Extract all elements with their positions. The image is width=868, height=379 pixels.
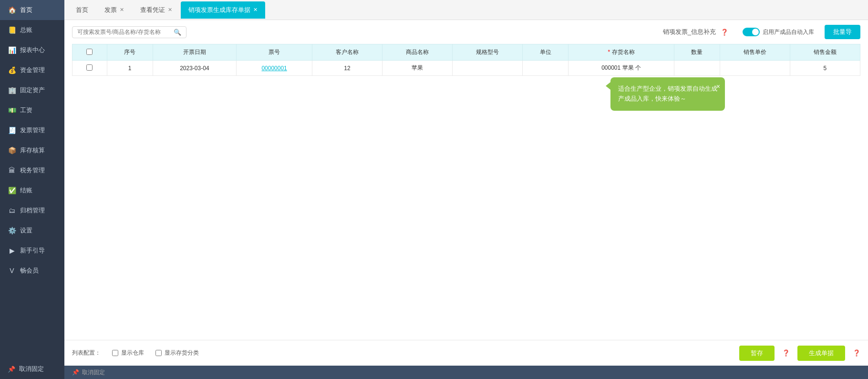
- sidebar-item-home[interactable]: 🏠 首页: [0, 0, 64, 20]
- info-question-icon[interactable]: ❓: [721, 29, 728, 36]
- pin-icon-sidebar: 📌: [8, 366, 15, 373]
- save-question-icon[interactable]: ❓: [782, 349, 790, 357]
- show-category-label: 显示存货分类: [165, 349, 199, 357]
- tab-home[interactable]: 首页: [68, 1, 96, 19]
- sidebar-item-salary[interactable]: 💵 工资: [0, 100, 64, 120]
- sidebar-item-invoice[interactable]: 🧾 发票管理: [0, 120, 64, 140]
- cell-number-0: 00000001: [237, 61, 312, 76]
- col-header-quantity: 数量: [674, 44, 720, 61]
- tooltip-close-button[interactable]: ×: [716, 81, 720, 92]
- toggle-label: 启用产成品自动入库: [763, 28, 814, 36]
- col-header-product: 商品名称: [382, 44, 453, 61]
- col-header-number: 票号: [237, 44, 312, 61]
- sidebar-label-report: 报表中心: [20, 46, 45, 54]
- sidebar-pin-button[interactable]: 📌 取消固定: [0, 359, 64, 379]
- col-header-date: 开票日期: [153, 44, 237, 61]
- tab-close-voucher[interactable]: ✕: [168, 7, 172, 12]
- col-header-model: 规格型号: [453, 44, 523, 61]
- toolbar: 🔍 销项发票_信息补充 ❓ 启用产成品自动入库 批量导: [64, 20, 868, 44]
- sidebar-icon-vip: V: [8, 267, 16, 274]
- sidebar-icon-guide: ▶: [8, 247, 16, 254]
- sidebar-item-capital[interactable]: 💰 资金管理: [0, 60, 64, 80]
- sidebar-item-fixed[interactable]: 🏢 固定资产: [0, 80, 64, 100]
- sidebar-item-vip[interactable]: V 畅会员: [0, 261, 64, 281]
- info-label: 销项发票_信息补充: [663, 28, 716, 36]
- sidebar-icon-archive: 🗂: [8, 207, 16, 214]
- sidebar-label-ledger: 总账: [20, 26, 32, 34]
- sidebar-label-vip: 畅会员: [20, 266, 39, 275]
- show-category-group: 显示存货分类: [155, 349, 199, 357]
- sidebar-label-archive: 归档管理: [20, 206, 45, 215]
- tab-close-generate[interactable]: ✕: [253, 7, 258, 12]
- sidebar-icon-ledger: 📒: [8, 26, 16, 34]
- tooltip-popup: × 适合生产型企业，销项发票自动生成产成品入库，快来体验～: [610, 77, 725, 111]
- sidebar-label-guide: 新手引导: [20, 246, 45, 255]
- tab-invoice[interactable]: 发票✕: [97, 1, 132, 19]
- tab-label-generate: 销项发票生成库存单据: [188, 6, 250, 14]
- sidebar-item-archive[interactable]: 🗂 归档管理: [0, 200, 64, 221]
- sidebar: 🏠 首页📒 总账📊 报表中心💰 资金管理🏢 固定资产💵 工资🧾 发票管理📦 库存: [0, 0, 64, 379]
- sidebar-icon-settle: ✅: [8, 187, 16, 194]
- sidebar-icon-fixed: 🏢: [8, 86, 16, 94]
- search-icon: 🔍: [174, 29, 181, 36]
- sidebar-icon-invoice: 🧾: [8, 126, 16, 134]
- generate-button[interactable]: 生成单据: [797, 346, 845, 361]
- sidebar-label-inventory: 库存核算: [20, 146, 45, 155]
- sidebar-item-settings[interactable]: ⚙️ 设置: [0, 221, 64, 241]
- show-category-checkbox[interactable]: [155, 350, 162, 356]
- sidebar-icon-inventory: 📦: [8, 147, 16, 154]
- toggle-wrapper: 启用产成品自动入库: [743, 28, 814, 36]
- sidebar-item-settle[interactable]: ✅ 结账: [0, 180, 64, 200]
- cell-checkbox-0: [72, 61, 107, 76]
- tab-label-invoice: 发票: [104, 6, 117, 14]
- bottom-hint-text[interactable]: 取消固定: [82, 368, 105, 377]
- col-header-customer: 客户名称: [312, 44, 382, 61]
- cell-model-0: [453, 61, 523, 76]
- cell-amount-0: 5: [790, 61, 860, 76]
- col-header-checkbox: [72, 44, 107, 61]
- sidebar-label-capital: 资金管理: [20, 66, 45, 74]
- col-header-amount: 销售金额: [790, 44, 860, 61]
- sidebar-label-home: 首页: [20, 6, 32, 14]
- pin-icon: 📌: [72, 369, 79, 376]
- sidebar-label-fixed: 固定资产: [20, 86, 45, 95]
- col-header-seq: 序号: [107, 44, 153, 61]
- cell-product-0: 苹果: [382, 61, 453, 76]
- sidebar-label-settle: 结账: [20, 186, 32, 195]
- cell-quantity-0: [674, 61, 720, 76]
- sidebar-icon-home: 🏠: [8, 6, 16, 14]
- data-table: 序号开票日期票号客户名称商品名称规格型号单位存货名称数量销售单价销售金额 120…: [72, 44, 860, 76]
- row-checkbox[interactable]: [86, 64, 93, 71]
- cell-seq-0: 1: [107, 61, 153, 76]
- tab-label-voucher: 查看凭证: [140, 6, 165, 14]
- search-input[interactable]: [77, 29, 171, 35]
- sidebar-item-ledger[interactable]: 📒 总账: [0, 20, 64, 40]
- select-all-checkbox[interactable]: [86, 49, 93, 55]
- bottom-hint-bar: 📌 取消固定: [64, 366, 868, 379]
- sidebar-icon-capital: 💰: [8, 66, 16, 74]
- footer: 列表配置： 显示仓库 显示存货分类 暂存 ❓ 生成单据 ❓: [64, 340, 868, 366]
- sidebar-item-guide[interactable]: ▶ 新手引导: [0, 241, 64, 261]
- sidebar-icon-salary: 💵: [8, 106, 16, 114]
- sidebar-icon-report: 📊: [8, 46, 16, 54]
- auto-warehouse-toggle[interactable]: [743, 28, 760, 36]
- sidebar-label-salary: 工资: [20, 106, 32, 115]
- list-config-label: 列表配置：: [72, 349, 101, 357]
- col-header-unit_price: 销售单价: [720, 44, 790, 61]
- tab-close-invoice[interactable]: ✕: [120, 7, 124, 12]
- sidebar-label-tax: 税务管理: [20, 166, 45, 175]
- tab-voucher[interactable]: 查看凭证✕: [133, 1, 180, 19]
- invoice-number-link[interactable]: 00000001: [261, 65, 287, 72]
- table-header: 序号开票日期票号客户名称商品名称规格型号单位存货名称数量销售单价销售金额: [72, 44, 860, 61]
- sidebar-item-inventory[interactable]: 📦 库存核算: [0, 140, 64, 160]
- batch-import-button[interactable]: 批量导: [825, 25, 860, 39]
- show-warehouse-checkbox[interactable]: [112, 350, 118, 356]
- generate-question-icon[interactable]: ❓: [853, 349, 860, 357]
- tab-generate[interactable]: 销项发票生成库存单据✕: [181, 1, 265, 19]
- sidebar-item-report[interactable]: 📊 报表中心: [0, 40, 64, 60]
- sidebar-item-tax[interactable]: 🏛 税务管理: [0, 160, 64, 180]
- main-area: 首页发票✕查看凭证✕销项发票生成库存单据✕ 🔍 销项发票_信息补充 ❓ 启用产成…: [64, 0, 868, 379]
- sidebar-icon-settings: ⚙️: [8, 227, 16, 234]
- search-box[interactable]: 🔍: [72, 26, 186, 38]
- save-button[interactable]: 暂存: [739, 346, 775, 361]
